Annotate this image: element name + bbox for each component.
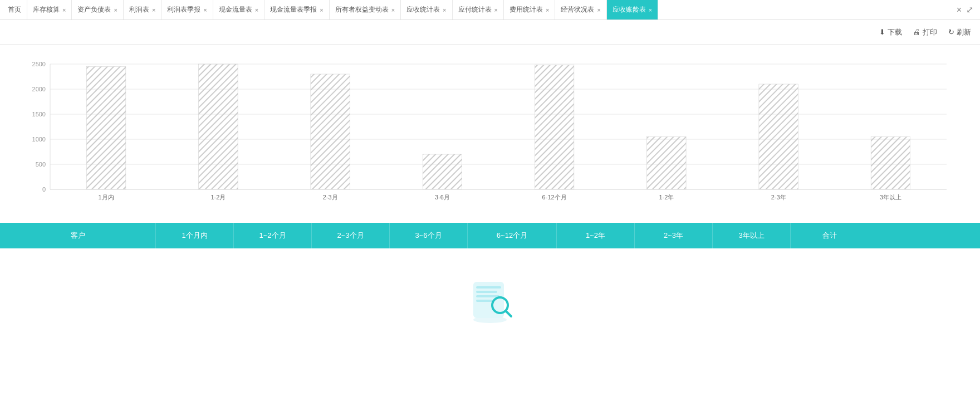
table-header-cell-5: 6~12个月 <box>468 223 557 248</box>
tab-label-profit: 利润表 <box>129 5 149 14</box>
tab-equity[interactable]: 所有者权益变动表 × <box>330 0 401 20</box>
print-button[interactable]: 🖨打印 <box>913 27 937 37</box>
tab-close-equity[interactable]: × <box>391 7 395 13</box>
header-actions: ⬇下载🖨打印↻刷新 <box>879 27 971 37</box>
tab-business-status[interactable]: 经营状况表 × <box>555 0 606 20</box>
refresh-button[interactable]: ↻刷新 <box>948 27 971 37</box>
svg-line-38 <box>506 311 511 316</box>
tab-cashflow[interactable]: 现金流量表 × <box>213 0 264 20</box>
svg-text:500: 500 <box>36 161 46 168</box>
tab-inventory[interactable]: 库存核算 × <box>27 0 72 20</box>
tab-label-expense-stats: 费用统计表 <box>509 5 543 14</box>
svg-rect-15 <box>199 64 238 189</box>
svg-text:1500: 1500 <box>32 111 46 118</box>
svg-rect-36 <box>476 300 493 302</box>
close-window-icon[interactable]: × <box>957 5 962 15</box>
tab-label-balance: 资产负债表 <box>77 5 111 14</box>
tab-label-aging: 应收账龄表 <box>612 5 646 14</box>
tab-label-equity: 所有者权益变动表 <box>335 5 389 14</box>
tab-close-business-status[interactable]: × <box>597 7 600 13</box>
table-header-cell-7: 2~3年 <box>635 223 713 248</box>
svg-text:0: 0 <box>42 186 46 193</box>
svg-rect-34 <box>476 291 497 293</box>
print-label: 打印 <box>923 27 937 37</box>
tab-expense-stats[interactable]: 费用统计表 × <box>504 0 555 20</box>
tab-label-payable-stats: 应付统计表 <box>458 5 492 14</box>
tab-label-profit-quarterly: 利润表季报 <box>167 5 200 14</box>
tab-home[interactable]: 首页 <box>2 0 27 20</box>
tab-close-profit[interactable]: × <box>152 7 155 13</box>
svg-rect-13 <box>86 67 125 190</box>
tab-close-payable-stats[interactable]: × <box>494 7 498 13</box>
svg-rect-19 <box>423 154 462 189</box>
svg-text:1-2月: 1-2月 <box>210 194 226 200</box>
tab-receivable-stats[interactable]: 应收统计表 × <box>401 0 452 20</box>
chart-container: 050010001500200025001月内1-2月2-3月3-6月6-12个… <box>17 56 963 212</box>
svg-text:6-12个月: 6-12个月 <box>542 194 567 200</box>
page-header: ⬇下载🖨打印↻刷新 <box>0 20 980 45</box>
tab-close-aging[interactable]: × <box>649 7 652 13</box>
svg-text:2500: 2500 <box>32 61 46 67</box>
table-header-cell-9: 合计 <box>791 223 869 248</box>
svg-text:3年以上: 3年以上 <box>880 194 901 200</box>
tab-balance[interactable]: 资产负债表 × <box>72 0 123 20</box>
tab-cashflow-quarterly[interactable]: 现金流量表季报 × <box>264 0 329 20</box>
svg-text:1000: 1000 <box>32 136 46 143</box>
tab-close-receivable-stats[interactable]: × <box>443 7 446 13</box>
bar-chart: 050010001500200025001月内1-2月2-3月3-6月6-12个… <box>17 56 963 212</box>
svg-text:1月内: 1月内 <box>99 194 114 200</box>
print-icon: 🖨 <box>913 28 920 36</box>
svg-rect-17 <box>311 74 350 189</box>
download-button[interactable]: ⬇下载 <box>879 27 902 37</box>
refresh-icon: ↻ <box>948 28 954 36</box>
tab-aging[interactable]: 应收账龄表 × <box>607 0 658 20</box>
svg-text:3-6月: 3-6月 <box>435 194 450 200</box>
svg-text:2-3年: 2-3年 <box>771 194 786 200</box>
tab-label-cashflow: 现金流量表 <box>219 5 252 14</box>
download-label: 下载 <box>888 27 902 37</box>
table-header-cell-1: 1个月内 <box>156 223 234 248</box>
refresh-label: 刷新 <box>957 27 971 37</box>
table-header-cell-3: 2~3个月 <box>312 223 390 248</box>
chart-area: 050010001500200025001月内1-2月2-3月3-6月6-12个… <box>0 45 980 223</box>
table-header-cell-4: 3~6个月 <box>390 223 468 248</box>
svg-rect-35 <box>476 295 499 297</box>
tab-label-home: 首页 <box>8 5 21 14</box>
empty-illustration <box>462 271 518 326</box>
tab-bar-actions: × ⤢ <box>957 4 978 15</box>
maximize-window-icon[interactable]: ⤢ <box>966 4 973 15</box>
svg-rect-21 <box>535 65 574 189</box>
tab-payable-stats[interactable]: 应付统计表 × <box>453 0 504 20</box>
table-header-cell-2: 1~2个月 <box>234 223 312 248</box>
svg-rect-25 <box>759 84 798 189</box>
table-header-cell-8: 3年以上 <box>713 223 791 248</box>
tab-close-cashflow[interactable]: × <box>255 7 258 13</box>
tab-label-cashflow-quarterly: 现金流量表季报 <box>270 5 317 14</box>
svg-rect-33 <box>476 286 501 288</box>
download-icon: ⬇ <box>879 28 885 36</box>
tab-close-profit-quarterly[interactable]: × <box>203 7 207 13</box>
svg-rect-23 <box>647 137 686 190</box>
empty-state <box>0 248 980 349</box>
svg-text:2000: 2000 <box>32 86 46 92</box>
table-header: 客户1个月内1~2个月2~3个月3~6个月6~12个月1~2年2~3年3年以上合… <box>0 223 980 248</box>
tab-profit[interactable]: 利润表 × <box>124 0 161 20</box>
tab-label-inventory: 库存核算 <box>33 5 60 14</box>
tab-close-balance[interactable]: × <box>114 7 117 13</box>
tab-label-receivable-stats: 应收统计表 <box>406 5 440 14</box>
tab-close-inventory[interactable]: × <box>62 7 66 13</box>
tab-profit-quarterly[interactable]: 利润表季报 × <box>161 0 213 20</box>
tab-close-cashflow-quarterly[interactable]: × <box>320 7 323 13</box>
svg-text:1-2年: 1-2年 <box>659 194 674 200</box>
tab-bar: 首页库存核算 ×资产负债表 ×利润表 ×利润表季报 ×现金流量表 ×现金流量表季… <box>0 0 980 20</box>
table-header-cell-6: 1~2年 <box>557 223 635 248</box>
svg-rect-27 <box>871 137 910 190</box>
tab-label-business-status: 经营状况表 <box>561 5 594 14</box>
tab-close-expense-stats[interactable]: × <box>546 7 549 13</box>
main-content: 050010001500200025001月内1-2月2-3月3-6月6-12个… <box>0 45 980 401</box>
svg-text:2-3月: 2-3月 <box>323 194 338 200</box>
table-header-cell-0: 客户 <box>0 223 156 248</box>
